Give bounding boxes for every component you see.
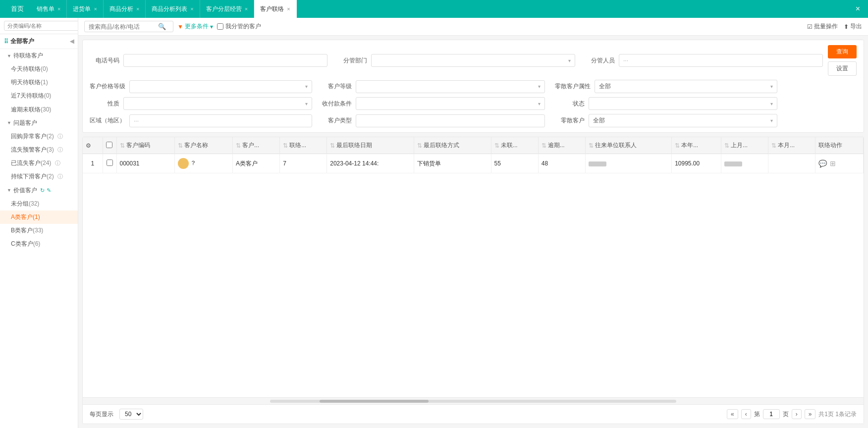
next-page-button[interactable]: › — [792, 409, 802, 419]
first-page-button[interactable]: « — [727, 409, 738, 419]
th-code-sort-icon: ⇅ — [120, 142, 125, 149]
sidebar-item-tomorrow-pending[interactable]: 明天待联络(1) — [0, 76, 78, 89]
th-code: ⇅客户编码 — [116, 137, 174, 154]
nav-tab-analysis-list[interactable]: 商品分析列表 × — [146, 0, 200, 18]
nav-tab-analysis[interactable]: 商品分析 × — [104, 0, 146, 18]
sidebar-item-churned[interactable]: 已流失客户(24) ⓘ — [0, 157, 78, 170]
filter-icon: ▼ — [177, 23, 183, 30]
chat-icon[interactable]: 💬 — [818, 160, 827, 167]
close-sales-tab-icon[interactable]: × — [57, 6, 60, 12]
price-level-select[interactable]: ▾ — [129, 80, 312, 93]
last-page-button[interactable]: » — [805, 409, 816, 419]
value-customer-group[interactable]: ▼ 价值客户 ↻ ✎ — [0, 184, 78, 197]
edit-icon[interactable]: ✎ — [47, 187, 51, 194]
row-this-month — [768, 154, 815, 173]
hscroll-thumb[interactable] — [320, 400, 429, 403]
nav-tab-customer-contact[interactable]: 客户联络 × — [254, 0, 296, 18]
close-purchase-tab-icon[interactable]: × — [94, 6, 97, 12]
th-last-date-sort-icon: ⇅ — [330, 142, 335, 149]
sidebar-item-class-c[interactable]: C类客户(6) — [0, 237, 78, 251]
price-level-label: 客户价格等级 — [90, 82, 125, 91]
category-search-input[interactable] — [4, 21, 78, 31]
row-name: ？ — [174, 154, 232, 173]
filter-row-1: 电话号码 分管部门 ▾ 分管人员 ··· — [90, 45, 857, 76]
my-customer-checkbox-label[interactable]: 我分管的客户 — [217, 22, 261, 31]
th-last-method: ⇅最后联络方式 — [414, 137, 491, 154]
qr-icon[interactable]: ⊞ — [830, 160, 836, 167]
nav-home[interactable]: 首页 — [4, 0, 31, 18]
payment-select[interactable]: ▾ — [356, 97, 544, 110]
close-segment-tab-icon[interactable]: × — [245, 6, 248, 12]
retail-customer-select[interactable]: 全部▾ — [589, 114, 777, 127]
my-customer-checkbox[interactable] — [217, 23, 223, 30]
refresh-icon[interactable]: ↻ — [40, 187, 45, 194]
row-checkbox-cell — [103, 154, 116, 173]
retail-customer-arrow-icon: ▾ — [770, 118, 773, 123]
sidebar-item-7days-pending[interactable]: 近7天待联络(0) — [0, 89, 78, 103]
info-icon-3: ⓘ — [55, 160, 60, 166]
info-icon: ⓘ — [57, 133, 63, 139]
manager-input[interactable]: ··· — [619, 54, 823, 67]
main-search-input[interactable] — [89, 23, 158, 30]
problem-customer-group[interactable]: ▼ 问题客户 — [0, 116, 78, 130]
sidebar-item-ungrouped[interactable]: 未分组(32) — [0, 197, 78, 211]
hscroll-track — [270, 400, 676, 403]
close-contact-tab-icon[interactable]: × — [287, 6, 290, 12]
close-analysis-list-tab-icon[interactable]: × — [190, 6, 193, 12]
page-size-select[interactable]: 50 — [119, 409, 143, 420]
nav-tab-purchase[interactable]: 进货单 × — [67, 0, 103, 18]
window-close-button[interactable]: × — [852, 4, 864, 13]
row-overdue: 48 — [538, 154, 585, 173]
th-name-sort-icon: ⇅ — [178, 142, 183, 149]
nav-tab-customer-segment[interactable]: 客户分层经营 × — [200, 0, 254, 18]
row-checkbox[interactable] — [107, 160, 113, 166]
sidebar-item-class-b[interactable]: B类客户(33) — [0, 224, 78, 237]
status-arrow-icon: ▾ — [770, 101, 773, 107]
pending-contact-group[interactable]: ▼ 待联络客户 — [0, 49, 78, 62]
horizontal-scrollbar[interactable] — [83, 397, 864, 404]
export-button[interactable]: ⬆ 导出 — [844, 22, 862, 31]
page-number-input[interactable] — [763, 409, 780, 419]
main-search-icon[interactable]: 🔍 — [158, 23, 166, 30]
status-select[interactable]: ▾ — [589, 97, 777, 110]
last-method-link[interactable]: 下销货单 — [417, 160, 441, 167]
sidebar-item-continuous-decline[interactable]: 持续下滑客户(2) ⓘ — [0, 170, 78, 183]
th-company-contact-sort-icon: ⇅ — [589, 142, 594, 149]
query-button[interactable]: 查询 — [828, 45, 857, 58]
sidebar: 🔍 ⠿ 全部客户 ◀ ▼ 待联络客户 今天待联络(0) 明天待联络(1) 近7天… — [0, 18, 78, 428]
th-this-year-sort-icon: ⇅ — [675, 142, 680, 149]
sidebar-item-class-a[interactable]: A类客户(1) — [0, 211, 78, 224]
close-analysis-tab-icon[interactable]: × — [136, 6, 139, 12]
nav-tab-sales[interactable]: 销售单 × — [31, 0, 67, 18]
customer-level-select[interactable]: ▾ — [356, 80, 544, 93]
nature-label: 性质 — [90, 100, 119, 108]
sidebar-item-repurchase-abnormal[interactable]: 回购异常客户(2) ⓘ — [0, 130, 78, 143]
gear-icon[interactable]: ⚙ — [86, 142, 91, 149]
table-scroll-area[interactable]: ⚙ ⇅客户编码 ⇅客户名称 — [83, 137, 864, 397]
th-last-date: ⇅最后联络日期 — [327, 137, 414, 154]
masked-company-contact — [589, 161, 606, 166]
sidebar-collapse-icon[interactable]: ◀ — [70, 38, 74, 45]
sidebar-item-overdue-contact[interactable]: 逾期未联络(30) — [0, 103, 78, 116]
all-customers-header[interactable]: ⠿ 全部客户 ◀ — [0, 34, 78, 49]
filter-payment: 收付款条件 ▾ — [322, 97, 544, 110]
region-input[interactable]: ··· — [129, 114, 312, 127]
phone-input[interactable] — [123, 54, 327, 67]
page-unit: 页 — [783, 410, 789, 419]
avatar — [178, 158, 189, 169]
nature-select[interactable]: ▾ — [123, 97, 312, 110]
filter-dept: 分管部门 ▾ — [337, 54, 575, 67]
select-all-checkbox[interactable] — [106, 142, 112, 148]
prev-page-button[interactable]: ‹ — [741, 409, 751, 419]
retail-attr-select[interactable]: 全部▾ — [595, 80, 777, 93]
settings-button[interactable]: 设置 — [828, 61, 857, 76]
dots-grid-icon: ⠿ — [4, 38, 8, 45]
customer-type-input[interactable] — [356, 114, 544, 127]
batch-operation-button[interactable]: ☑ 批量操作 — [807, 22, 838, 31]
sidebar-item-today-pending[interactable]: 今天待联络(0) — [0, 62, 78, 76]
sidebar-item-churn-warning[interactable]: 流失预警客户(3) ⓘ — [0, 143, 78, 157]
content-area: 🔍 ▼ 更多条件 ▾ 我分管的客户 ☑ 批量操作 ⬆ 导出 — [78, 18, 868, 428]
th-checkbox — [103, 137, 116, 154]
more-filter-button[interactable]: ▼ 更多条件 ▾ — [177, 22, 213, 31]
dept-select[interactable]: ▾ — [371, 54, 575, 67]
